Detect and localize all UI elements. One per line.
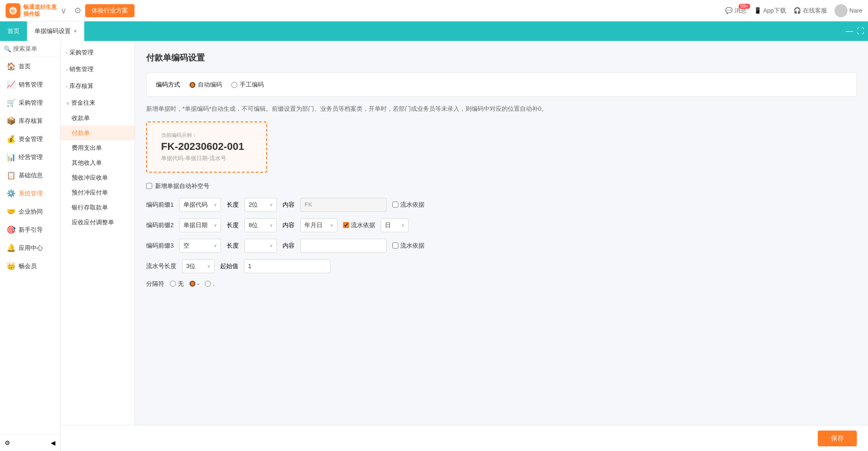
settings-icon[interactable]: ⚙: [74, 6, 81, 16]
nav-group-inventory-title[interactable]: 库存核算: [61, 78, 135, 94]
home-tab-label: 首页: [7, 27, 20, 35]
sidebar-item-sales[interactable]: 📈 销售管理: [0, 75, 60, 94]
message-icon: 💬: [725, 7, 733, 14]
prefix1-stream-check: 流水依据: [392, 201, 424, 209]
settings-bottom-icon[interactable]: ⚙: [5, 439, 10, 446]
message-badge: 99+: [739, 4, 750, 9]
logo-area: 畅 畅通道好生意 插件版: [6, 3, 57, 18]
nav-leaf-payment[interactable]: 付款单: [61, 126, 135, 141]
online-service-btn[interactable]: 🎧 在线客服: [794, 7, 827, 15]
prefix1-content-label: 内容: [283, 201, 295, 209]
sales-icon: 📈: [7, 80, 16, 89]
svg-text:畅: 畅: [11, 8, 15, 13]
nav-leaf-receipt[interactable]: 收款单: [61, 111, 135, 126]
prefix2-length-select[interactable]: 8位 ∨: [244, 218, 277, 232]
prefix2-select[interactable]: 单据日期 ∨: [179, 218, 221, 232]
manual-coding-input[interactable]: [231, 82, 237, 88]
sidebar-item-purchase[interactable]: 🛒 采购管理: [0, 94, 60, 112]
coding-method-label: 编码方式: [156, 81, 180, 89]
prefix1-length-select[interactable]: 2位 ∨: [244, 198, 277, 212]
auto-fill-row: 新增单据自动补空号: [146, 182, 857, 190]
sep-none-input[interactable]: [170, 281, 176, 287]
sep-dot-radio[interactable]: .: [205, 280, 215, 287]
prefix2-period-select[interactable]: 日 ∨: [381, 218, 409, 232]
info-text: 新增单据时，*单据编码*自动生成，不可编辑。前缀设置为部门、业务员等档案类，开单…: [146, 104, 857, 114]
sidebar-item-inventory[interactable]: 📦 库存核算: [0, 112, 60, 130]
bottom-bar: 保存: [61, 425, 868, 451]
nav-leaf-advance-offset[interactable]: 预付冲应付单: [61, 185, 135, 200]
member-icon: 👑: [7, 262, 16, 270]
sep-dot-label: .: [213, 280, 215, 287]
sidebar-item-label: 畅会员: [19, 262, 37, 270]
message-btn[interactable]: 💬 消息 99+: [725, 7, 747, 15]
sidebar-item-basic-info[interactable]: 📋 基础信息: [0, 166, 60, 184]
nav-leaf-bank[interactable]: 银行存取款单: [61, 200, 135, 215]
prefix3-content-input[interactable]: [300, 239, 387, 253]
prefix2-label: 编码前缀2: [146, 221, 174, 229]
topbar-right: 💬 消息 99+ 📱 App下载 🎧 在线客服 Nare: [725, 4, 862, 17]
sidebar-item-home[interactable]: 🏠 首页: [0, 57, 60, 75]
prefix3-stream-checkbox[interactable]: [392, 242, 398, 249]
nav-group-capital-title[interactable]: 资金往来: [61, 95, 135, 111]
prefix1-length-label: 长度: [227, 201, 239, 209]
prefix1-row: 编码前缀1 单据代码 ∨ 长度 2位 ∨ 内容 流水依据: [146, 198, 857, 212]
prefix3-stream-label: 流水依据: [400, 242, 424, 250]
tab-close-icon[interactable]: ×: [74, 28, 77, 34]
ops-icon: 📊: [7, 153, 16, 162]
sidebar-item-guide[interactable]: 🎯 新手引导: [0, 221, 60, 239]
collapse-icon[interactable]: ◀: [51, 439, 55, 446]
minimize-btn[interactable]: —: [846, 27, 853, 35]
trial-btn[interactable]: 体验行业方案: [85, 4, 135, 17]
prefix3-row: 编码前缀3 空 ∨ 长度 ∨ 内容 流水依据: [146, 239, 857, 253]
nav-group-purchase-title[interactable]: 采购管理: [61, 45, 135, 61]
sidebar-item-finance[interactable]: 💰 资金管理: [0, 130, 60, 148]
prefix2-content-label: 内容: [283, 221, 295, 229]
manual-coding-radio[interactable]: 手工编码: [231, 81, 264, 89]
nav-leaf-adjust[interactable]: 应收应付调整单: [61, 215, 135, 230]
app-download-btn[interactable]: 📱 App下载: [754, 7, 786, 15]
sidebar-item-system[interactable]: ⚙️ 系统管理: [0, 184, 60, 202]
sidebar-bottom: ⚙ ◀: [0, 434, 60, 451]
maximize-btn[interactable]: ⛶: [857, 27, 864, 35]
prefix1-stream-checkbox[interactable]: [392, 202, 398, 208]
nav-group-sales-title[interactable]: 销售管理: [61, 61, 135, 77]
prefix3-select[interactable]: 空 ∨: [179, 239, 221, 253]
nav-leaf-prepay-offset[interactable]: 预收冲应收单: [61, 170, 135, 185]
prefix2-stream-checkbox[interactable]: [343, 222, 349, 228]
sep-dot-input[interactable]: [205, 281, 211, 287]
serial-start-input[interactable]: [244, 259, 330, 273]
save-button[interactable]: 保存: [818, 431, 857, 446]
user-area[interactable]: Nare: [834, 4, 862, 17]
prefix1-select[interactable]: 单据代码 ∨: [179, 198, 221, 212]
tab-bar: 首页 单据编码设置 × — ⛶: [0, 21, 868, 41]
prefix3-arrow-icon: ∨: [214, 243, 217, 248]
sep-dash-input[interactable]: [189, 281, 195, 287]
sidebar-search[interactable]: 🔍 搜索菜单: [0, 41, 60, 57]
sidebar-item-member[interactable]: 👑 畅会员: [0, 257, 60, 275]
sidebar-item-label: 系统管理: [19, 189, 43, 198]
sidebar-item-label: 基础信息: [19, 171, 43, 180]
nav-leaf-other-income[interactable]: 其他收入单: [61, 155, 135, 170]
sep-dash-radio[interactable]: -: [189, 280, 199, 287]
sidebar-item-operations[interactable]: 📊 经营管理: [0, 148, 60, 166]
sep-none-radio[interactable]: 无: [170, 280, 184, 288]
tab-home[interactable]: 首页: [0, 21, 27, 41]
sidebar-item-collab[interactable]: 🤝 企业协同: [0, 202, 60, 221]
tab-encoding-settings[interactable]: 单据编码设置 ×: [27, 21, 84, 41]
preview-sub: 单据代码-单据日期-流水号: [161, 155, 252, 162]
auto-coding-input[interactable]: [189, 82, 195, 88]
sidebar-item-label: 资金管理: [19, 135, 43, 143]
preview-code: FK-20230602-001: [161, 141, 252, 153]
sidebar-item-appcenter[interactable]: 🔔 应用中心: [0, 239, 60, 257]
sidebar-item-label: 销售管理: [19, 81, 43, 89]
nav-leaf-expense[interactable]: 费用支出单: [61, 141, 135, 155]
serial-length-select[interactable]: 3位 ∨: [182, 259, 215, 273]
topbar-left: 畅 畅通道好生意 插件版 ∨ ⚙ 体验行业方案: [6, 3, 135, 18]
prefix3-length-select[interactable]: ∨: [244, 239, 277, 253]
separator-label: 分隔符: [146, 280, 164, 288]
prefix2-content-select[interactable]: 年月日 ∨: [300, 218, 337, 232]
nav-dropdown-icon[interactable]: ∨: [61, 6, 67, 16]
auto-coding-radio[interactable]: 自动编码: [189, 81, 222, 89]
coding-method-section: 编码方式 自动编码 手工编码: [146, 73, 857, 97]
auto-fill-checkbox[interactable]: [146, 183, 152, 189]
